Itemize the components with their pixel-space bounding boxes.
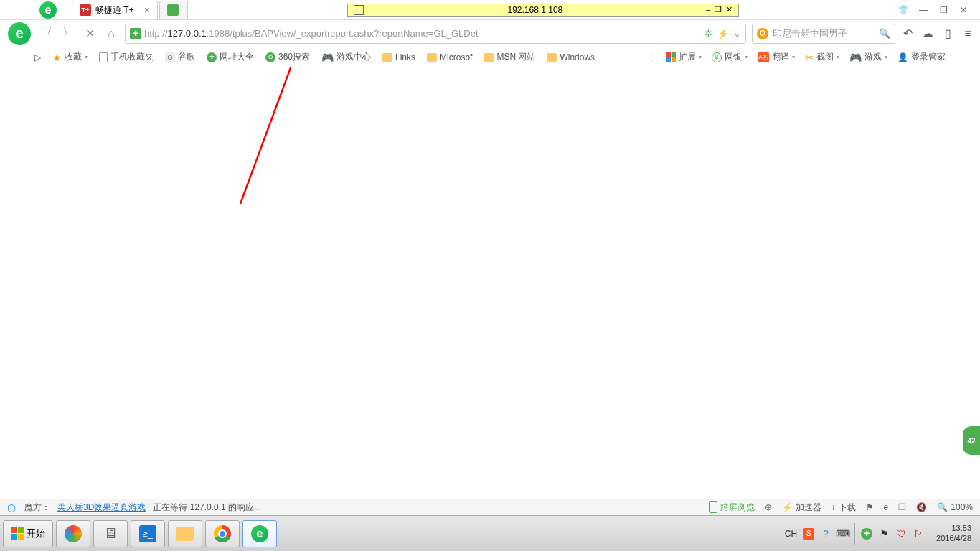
bookmark-mobile-fav[interactable]: 手机收藏夹 — [99, 51, 154, 63]
zoom-control[interactable]: 🔍 100% — [937, 502, 973, 512]
chrome-icon — [214, 525, 231, 542]
inner-close-icon[interactable]: ✕ — [726, 5, 732, 14]
tray-360-icon[interactable]: ✚ — [861, 528, 872, 540]
tray-action-icon[interactable]: 🏳 — [913, 528, 924, 540]
inner-minimize-icon[interactable]: – — [706, 5, 710, 14]
dropdown-icon[interactable]: ⌄ — [733, 28, 741, 39]
bookmark-links[interactable]: Links — [382, 52, 415, 62]
task-chrome[interactable] — [205, 520, 240, 547]
shield-icon: ✚ — [130, 28, 141, 39]
bookmarks-right: ⋮ 扩展▾ ¥ 网银▾ Aあ 翻译▾ ✂ 截图▾ 🎮 游戏▾ 👤 登录管家 — [647, 51, 946, 63]
game-button[interactable]: 🎮 游戏▾ — [849, 51, 887, 63]
bookmark-msn[interactable]: MSN 网站 — [484, 51, 535, 63]
scissors-icon: ✂ — [805, 52, 814, 63]
clock[interactable]: 13:53 2016/4/28 — [930, 524, 971, 542]
inner-window: 192.168.1.108 – ❐ ✕ — [347, 4, 739, 17]
address-bar: e 〈 〉 ✕ ⌂ ✚ http://127.0.0.1:1988/tplus/… — [0, 20, 980, 47]
undo-icon[interactable]: ↶ — [901, 27, 914, 40]
browser-logo-icon: e — [39, 1, 57, 19]
minimize-icon[interactable]: — — [918, 4, 929, 16]
task-explorer[interactable] — [168, 520, 202, 547]
login-manager-button[interactable]: 👤 登录管家 — [897, 51, 946, 63]
gamepad-icon: 🎮 — [849, 52, 862, 63]
mobile-icon[interactable]: ▯ — [941, 27, 954, 40]
bookmark-game-center[interactable]: 🎮 游戏中心 — [321, 51, 371, 63]
grid-icon — [666, 52, 676, 62]
cross-screen-button[interactable]: 跨屏浏览 — [709, 501, 755, 514]
logo-area: e — [0, 1, 72, 19]
bank-button[interactable]: ¥ 网银▾ — [712, 51, 748, 63]
tray-help-icon[interactable]: ? — [820, 528, 831, 540]
ime-indicator[interactable]: CH — [785, 529, 797, 539]
status-right: 跨屏浏览 ⊕ ⚡ 加速器 ↓ 下载 ⚑ e ❐ 🔇 🔍 100% — [709, 501, 973, 514]
bookmark-site-nav[interactable]: ✚ 网址大全 — [207, 51, 254, 63]
powershell-icon: ≥_ — [139, 525, 156, 542]
flag-icon[interactable]: ⚑ — [866, 502, 874, 512]
tab-favicon-tplus: T+ — [80, 4, 91, 16]
svg-line-0 — [240, 67, 301, 204]
close-icon[interactable]: × — [144, 4, 150, 16]
home-icon[interactable]: ⌂ — [103, 26, 119, 42]
browser-logo-big[interactable]: e — [6, 20, 33, 47]
back-icon[interactable]: 〈 — [39, 26, 55, 42]
bookmark-windows[interactable]: Windows — [547, 52, 595, 62]
restore-icon[interactable]: ❐ — [898, 502, 906, 512]
task-powershell[interactable]: ≥_ — [131, 520, 165, 547]
device-icon — [99, 52, 108, 62]
gamepad-icon: 🎮 — [321, 52, 334, 63]
page-content: 42 — [0, 67, 980, 499]
forward-icon[interactable]: 〉 — [60, 26, 76, 42]
close-icon[interactable]: ✕ — [958, 4, 969, 16]
tab-2[interactable] — [159, 1, 188, 19]
search-icon[interactable]: 🔍 — [879, 28, 890, 39]
system-tray: CH S ? ⌨ ✚ ⚑ 🛡 🏳 13:53 2016/4/28 — [785, 523, 977, 545]
inner-maximize-icon[interactable]: ❐ — [715, 5, 722, 14]
ie-mode-icon[interactable]: e — [884, 502, 889, 512]
translate-button[interactable]: Aあ 翻译▾ — [758, 51, 795, 63]
download-button[interactable]: ↓ 下载 — [831, 501, 856, 514]
window-controls: 👕 — ❐ ✕ — [897, 4, 980, 16]
maximize-icon[interactable]: ❐ — [938, 4, 949, 16]
tray-flag-icon[interactable]: ⚑ — [878, 528, 890, 540]
mofang-link[interactable]: 美人桥3D效果逼真游戏 — [57, 501, 146, 514]
extensions-button[interactable]: 扩展▾ — [666, 51, 702, 63]
url-input[interactable]: ✚ http://127.0.0.1:1988/tplus/BAPView/_e… — [125, 24, 746, 44]
bookmark-favorites[interactable]: ★ 收藏▾ — [52, 51, 88, 63]
cloud-icon[interactable]: ☁ — [921, 27, 934, 40]
task-app-1[interactable] — [56, 520, 90, 547]
inner-window-icon — [354, 5, 364, 15]
yen-icon: ¥ — [712, 52, 722, 62]
bookmark-360-search[interactable]: O 360搜索 — [265, 51, 310, 63]
refresh-icon[interactable]: ✲ — [705, 28, 712, 39]
star-icon: ★ — [52, 52, 62, 63]
menu-icon[interactable]: ≡ — [961, 27, 974, 40]
lightning-icon[interactable]: ⚡ — [717, 28, 729, 39]
start-button[interactable]: 开始 — [3, 520, 53, 547]
search-placeholder: 印尼击毙中国男子 — [773, 27, 875, 40]
tray-shield-icon[interactable]: 🛡 — [895, 528, 907, 540]
task-app-2[interactable]: 🖥 — [93, 520, 128, 547]
bookmarks-bar: ▷ ★ 收藏▾ 手机收藏夹 G 谷歌 ✚ 网址大全 O 360搜索 🎮 游戏中心… — [0, 47, 980, 67]
tray-sogou-icon[interactable]: S — [803, 528, 814, 540]
tray-keyboard-icon[interactable]: ⌨ — [837, 528, 849, 540]
skin-icon[interactable]: 👕 — [897, 4, 909, 16]
tab-1[interactable]: T+ 畅捷通 T+ × — [72, 1, 158, 19]
compass-icon[interactable]: ⊕ — [765, 502, 772, 512]
stop-icon[interactable]: ✕ — [82, 26, 98, 42]
expand-icon[interactable]: ▷ — [34, 52, 41, 62]
bookmark-microsof[interactable]: Microsof — [427, 52, 472, 62]
screenshot-button[interactable]: ✂ 截图▾ — [805, 51, 839, 63]
swirl-icon — [65, 525, 82, 542]
folder-icon — [484, 53, 494, 62]
task-360browser[interactable]: e — [242, 520, 277, 547]
search-engine-icon: Q — [757, 28, 768, 39]
search-input[interactable]: Q 印尼击毙中国男子 🔍 — [752, 24, 895, 44]
person-icon: 👤 — [897, 52, 908, 62]
bookmark-google[interactable]: G 谷歌 — [165, 51, 195, 63]
nav-icon: ✚ — [207, 52, 217, 62]
float-badge[interactable]: 42 — [963, 426, 980, 455]
mute-icon[interactable]: 🔇 — [916, 502, 927, 512]
accelerator-button[interactable]: ⚡ 加速器 — [782, 501, 821, 514]
folder-icon — [176, 527, 194, 541]
tab-label: 畅捷通 T+ — [95, 4, 134, 17]
